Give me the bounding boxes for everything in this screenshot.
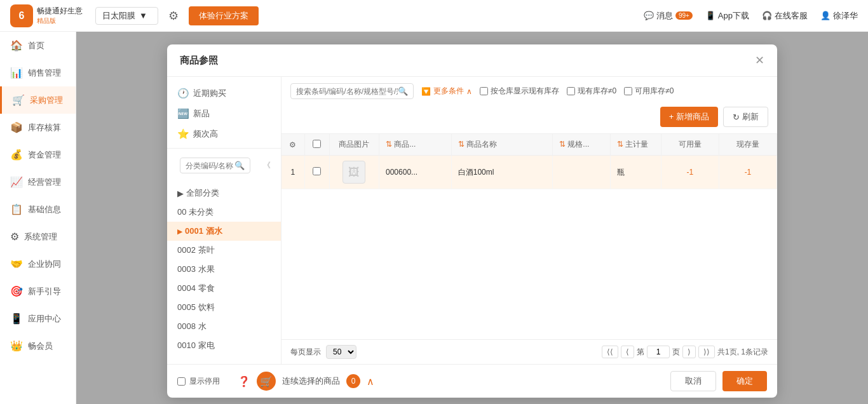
col-header-unit: ⇅ 主计量 (610, 134, 661, 156)
sidebar-item-purchase[interactable]: 🛒 采购管理 (0, 86, 76, 114)
modal-title: 商品参照 (180, 55, 218, 67)
row-checkbox[interactable] (313, 167, 321, 175)
member-icon: 👑 (10, 340, 23, 352)
row-img: 🖼 (329, 156, 379, 189)
next-page-btn[interactable]: ⟩ (682, 346, 696, 358)
category-search-input[interactable] (186, 161, 234, 170)
category-liquor[interactable]: ▶ 0001 酒水 (167, 222, 281, 241)
recent-purchase-nav[interactable]: 🕐 近期购买 (167, 83, 281, 104)
current-stock-checkbox[interactable] (567, 87, 575, 95)
search-icon: 🔍 (398, 86, 408, 96)
app-download-btn[interactable]: 📱 App下载 (705, 10, 749, 22)
message-btn[interactable]: 💬 消息 99+ (644, 10, 693, 22)
sidebar-item-management[interactable]: 📈 经营管理 (0, 168, 76, 196)
modal-footer: 显示停用 ❓ 🛒 连续选择的商品 0 ∧ 取消 确定 (167, 364, 777, 398)
search-icon: 🔍 (234, 161, 245, 170)
system-icon: ⚙ (10, 231, 19, 243)
warehouse-checkbox-label[interactable]: 按仓库显示现有库存 (480, 86, 559, 97)
gear-icon[interactable]: ⚙ (168, 9, 179, 23)
category-fruit[interactable]: 0003 水果 (167, 260, 281, 279)
category-all[interactable]: ▶ 全部分类 (167, 184, 281, 203)
modal-header: 商品参照 ✕ (167, 44, 777, 77)
table-row[interactable]: 1 🖼 (281, 156, 777, 189)
sidebar-item-home[interactable]: 🏠 首页 (0, 32, 76, 59)
online-service-btn[interactable]: 🎧 在线客服 (762, 10, 808, 22)
modal-body: 🕐 近期购买 🆕 新品 ⭐ 频次高 � (167, 77, 777, 364)
category-snack[interactable]: 0004 零食 (167, 279, 281, 298)
row-code: 000600... (379, 156, 452, 189)
prev-page-btn[interactable]: ⟨ (621, 346, 634, 358)
category-water[interactable]: 0008 水 (167, 317, 281, 336)
first-page-btn[interactable]: ⟨⟨ (602, 346, 618, 358)
arrow-down-icon: ▶ (177, 228, 182, 235)
inventory-icon: 📦 (10, 121, 23, 133)
product-search-input[interactable] (296, 87, 398, 96)
settings-icon[interactable]: ⚙ (289, 140, 296, 149)
sidebar-item-enterprise[interactable]: 🤝 企业协同 (0, 250, 76, 278)
nav-selector[interactable]: 日太阳膜 ▼ (95, 7, 158, 25)
recent-icon: 🕐 (177, 88, 189, 99)
sidebar-item-finance[interactable]: 💰 资金管理 (0, 141, 76, 168)
product-table: ⚙ 商品图片 ⇅ (281, 134, 777, 189)
apps-icon: 📱 (10, 313, 23, 325)
select-all-checkbox[interactable] (313, 140, 321, 148)
col-header-spec: ⇅ 规格... (552, 134, 610, 156)
toolbar-actions: + 新增商品 ↻ 刷新 (660, 107, 768, 127)
row-check[interactable] (304, 156, 329, 189)
category-tea[interactable]: 0002 茶叶 (167, 241, 281, 260)
management-icon: 📈 (10, 176, 23, 188)
category-search-box: 🔍 (180, 158, 250, 173)
product-image-placeholder: 🖼 (342, 161, 365, 184)
current-stock-checkbox-label[interactable]: 现有库存≠0 (567, 86, 616, 97)
refresh-btn[interactable]: ↻ 刷新 (723, 107, 768, 127)
warehouse-checkbox[interactable] (480, 87, 488, 95)
sidebar-item-sales[interactable]: 📊 销售管理 (0, 59, 76, 86)
sidebar-item-apps[interactable]: 📱 应用中心 (0, 305, 76, 332)
sidebar-item-inventory[interactable]: 📦 库存核算 (0, 114, 76, 141)
filter-btn[interactable]: 🔽 更多条件 ∧ (421, 86, 472, 97)
frequent-nav[interactable]: ⭐ 频次高 (167, 124, 281, 144)
confirm-btn[interactable]: 确定 (722, 371, 767, 391)
category-beverage[interactable]: 0005 饮料 (167, 298, 281, 317)
cancel-btn[interactable]: 取消 (670, 371, 716, 391)
avail-stock-checkbox[interactable] (624, 87, 632, 95)
table-header-row: ⚙ 商品图片 ⇅ (281, 134, 777, 156)
footer-actions: 取消 确定 (670, 371, 767, 391)
logo-text: 畅捷通好生意 精品版 (37, 6, 83, 25)
footer-middle: ❓ 🛒 连续选择的商品 0 ∧ (238, 372, 374, 391)
collapse-footer-btn[interactable]: ∧ (367, 375, 374, 387)
category-appliance[interactable]: 0010 家电 (167, 336, 281, 355)
home-icon: 🏠 (10, 39, 23, 51)
cart-btn[interactable]: 🛒 (257, 372, 276, 391)
sidebar-item-basic-info[interactable]: 📋 基础信息 (0, 196, 76, 223)
sidebar-item-guide[interactable]: 🎯 新手引导 (0, 278, 76, 305)
basic-info-icon: 📋 (10, 203, 23, 215)
modal-left-panel: 🕐 近期购买 🆕 新品 ⭐ 频次高 � (167, 77, 281, 364)
add-product-btn[interactable]: + 新增商品 (660, 107, 718, 127)
page-nav: ⟨⟨ ⟨ 第 页 ⟩ ⟩⟩ 共1页, 1条记录 (602, 346, 768, 358)
last-page-btn[interactable]: ⟩⟩ (698, 346, 715, 358)
image-icon: 🖼 (348, 166, 360, 179)
cart-count: 0 (346, 374, 360, 388)
collapse-icon[interactable]: 《 (258, 160, 276, 171)
page-number-input[interactable] (647, 346, 670, 358)
avail-stock-checkbox-label[interactable]: 可用库存≠0 (624, 86, 674, 97)
col-header-check (304, 134, 329, 156)
category-unclassified[interactable]: 00 未分类 (167, 203, 281, 222)
new-product-nav[interactable]: 🆕 新品 (167, 104, 281, 124)
guide-icon: 🎯 (10, 285, 23, 297)
divider (167, 148, 281, 149)
modal-close-btn[interactable]: ✕ (755, 53, 764, 67)
help-icon[interactable]: ❓ (238, 375, 250, 387)
per-page-select[interactable]: 50 (326, 345, 356, 359)
experience-btn[interactable]: 体验行业方案 (189, 6, 259, 25)
show-disabled-checkbox[interactable] (177, 377, 186, 386)
logo-icon: 6 (10, 4, 33, 27)
col-header-name: ⇅ 商品名称 (451, 134, 552, 156)
sidebar-item-member[interactable]: 👑 畅会员 (0, 332, 76, 360)
show-disabled-label[interactable]: 显示停用 (177, 376, 220, 387)
sidebar: 🏠 首页 📊 销售管理 🛒 采购管理 📦 库存核算 💰 资金管理 📈 经营管理 … (0, 32, 76, 404)
user-name[interactable]: 👤 徐泽华 (820, 10, 858, 22)
sidebar-item-system[interactable]: ⚙ 系统管理 (0, 223, 76, 250)
row-num: 1 (281, 156, 304, 189)
